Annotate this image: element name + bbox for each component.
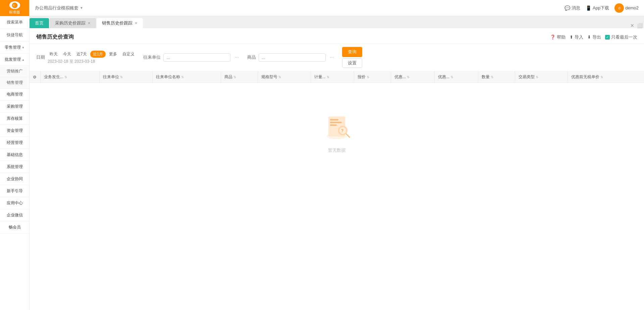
- page-content: 销售历史价查询 ❓ 帮助 ⬆ 导入 ⬇ 导出 ✓ 只看最后一次: [30, 28, 644, 310]
- th-transaction-type-label: 交易类型: [519, 74, 535, 80]
- sidebar-item-ecommerce[interactable]: 电商管理: [0, 89, 29, 101]
- sidebar-item-marketing[interactable]: 营销推广: [0, 66, 29, 77]
- only-last-checkbox[interactable]: ✓ 只看最后一次: [605, 34, 637, 40]
- th-quantity-label: 数量: [482, 74, 490, 80]
- th-counterparty-code[interactable]: 往来单位 ⇅: [100, 71, 152, 83]
- th-product[interactable]: 商品 ⇅: [221, 71, 258, 83]
- sidebar-item-label: 营销推广: [7, 68, 23, 74]
- app-download-label: App下载: [593, 5, 609, 11]
- logo-icon: 6: [9, 1, 20, 9]
- sidebar-item-member[interactable]: 畅会员: [0, 221, 29, 234]
- th-settings[interactable]: ⚙: [30, 71, 40, 83]
- tab-purchase-close-icon[interactable]: ✕: [88, 21, 91, 25]
- close-window-icon[interactable]: ✕: [630, 23, 634, 28]
- sort-icon: ⇅: [120, 75, 123, 79]
- help-label: 帮助: [557, 34, 566, 40]
- svg-rect-6: [330, 124, 337, 126]
- query-actions: 查询 设置: [342, 47, 362, 68]
- date-btn-custom[interactable]: 自定义: [120, 51, 137, 58]
- date-btn-1month[interactable]: 近1月: [90, 51, 106, 58]
- th-business-date-label: 业务发生...: [44, 74, 63, 80]
- tab-sales-close-icon[interactable]: ✕: [135, 21, 138, 25]
- sidebar-item-system[interactable]: 系统管理: [0, 161, 29, 173]
- sidebar-item-retail[interactable]: 零售管理 ▼: [0, 42, 29, 54]
- th-no-tax-price[interactable]: 优惠前无税单价 ⇅: [568, 71, 644, 83]
- sidebar-item-label: 批发管理: [5, 57, 21, 62]
- date-btn-more[interactable]: 更多: [107, 51, 119, 58]
- query-button[interactable]: 查询: [342, 47, 362, 57]
- svg-text:6: 6: [13, 4, 15, 7]
- message-btn[interactable]: 💬 消息: [565, 5, 580, 11]
- tab-home[interactable]: 首页: [30, 18, 49, 28]
- sort-icon: ⇅: [450, 75, 453, 79]
- table-header-row: ⚙ 业务发生... ⇅ 往来单位 ⇅: [30, 71, 644, 83]
- tab-purchase-history[interactable]: 采购历史价跟踪 ✕: [50, 18, 96, 28]
- import-button[interactable]: ⬆ 导入: [570, 34, 583, 40]
- sidebar-item-search[interactable]: 搜索菜单: [0, 16, 29, 29]
- sidebar-item-quick-nav[interactable]: 快捷导航: [0, 29, 29, 42]
- sidebar-item-label: 经营管理: [7, 140, 23, 146]
- sidebar-item-basic[interactable]: 基础信息: [0, 149, 29, 161]
- tab-sales-history[interactable]: 销售历史价跟踪 ✕: [97, 18, 143, 28]
- user-profile[interactable]: d demo2: [614, 3, 639, 13]
- date-btn-yesterday[interactable]: 昨天: [48, 51, 60, 58]
- sidebar-item-label: 电商管理: [7, 92, 23, 97]
- th-quantity[interactable]: 数量 ⇅: [478, 71, 515, 83]
- counterparty-more-icon[interactable]: ···: [233, 54, 240, 60]
- export-button[interactable]: ⬇ 导出: [587, 34, 601, 40]
- th-transaction-type[interactable]: 交易类型 ⇅: [515, 71, 568, 83]
- th-discount2[interactable]: 优惠... ⇅: [435, 71, 478, 83]
- th-no-tax-price-label: 优惠前无税单价: [571, 74, 599, 80]
- sidebar-item-enterprise[interactable]: 企业协同: [0, 173, 29, 185]
- date-btn-today[interactable]: 今天: [61, 51, 73, 58]
- sidebar-item-sales-mgmt[interactable]: 销售管理: [0, 77, 29, 89]
- date-filter-group: 日期 昨天 今天 近7天 近1月 更多 自定义 2023-02-18 至 202…: [36, 51, 137, 64]
- logo-text: 标准版: [9, 10, 20, 15]
- message-label: 消息: [572, 5, 580, 11]
- help-button[interactable]: ❓ 帮助: [550, 34, 566, 40]
- product-input[interactable]: [259, 53, 326, 62]
- th-spec[interactable]: 规格型号 ⇅: [258, 71, 311, 83]
- sidebar-item-inventory[interactable]: 库存核算: [0, 113, 29, 125]
- th-business-date[interactable]: 业务发生... ⇅: [40, 71, 100, 83]
- sort-icon: ⇅: [64, 75, 67, 79]
- th-unit[interactable]: 计量... ⇅: [311, 71, 354, 83]
- sort-icon: ⇅: [327, 75, 329, 79]
- only-last-label: 只看最后一次: [611, 34, 637, 40]
- chevron-down-icon: ▼: [22, 46, 25, 49]
- settings-button[interactable]: 设置: [342, 58, 362, 68]
- avatar-initials: d: [618, 6, 620, 10]
- sidebar-item-operation[interactable]: 经营管理: [0, 137, 29, 149]
- sort-icon: ⇅: [367, 75, 369, 79]
- sidebar-item-label: 企业微信: [7, 212, 23, 218]
- data-table: ⚙ 业务发生... ⇅ 往来单位 ⇅: [30, 71, 644, 83]
- counterparty-input[interactable]: [163, 53, 230, 62]
- date-btn-7days[interactable]: 近7天: [74, 51, 89, 58]
- sidebar-item-app-center[interactable]: 应用中心: [0, 197, 29, 209]
- th-counterparty-name[interactable]: 往来单位名称 ⇅: [152, 71, 221, 83]
- th-price[interactable]: 报价 ⇅: [354, 71, 391, 83]
- sidebar: 6 标准版 搜索菜单 快捷导航 零售管理 ▼ 批发管理 ▲ 营销推广 销售管理 …: [0, 0, 30, 310]
- th-spec-label: 规格型号: [261, 74, 277, 80]
- help-icon: ❓: [550, 35, 555, 40]
- th-discount1[interactable]: 优惠... ⇅: [391, 71, 435, 83]
- product-more-icon[interactable]: ···: [328, 54, 335, 60]
- app-download-btn[interactable]: 📱 App下载: [586, 5, 609, 11]
- filter-bar: 日期 昨天 今天 近7天 近1月 更多 自定义 2023-02-18 至 202…: [30, 44, 644, 71]
- sidebar-item-purchase[interactable]: 采购管理: [0, 101, 29, 113]
- sidebar-item-wechat[interactable]: 企业微信: [0, 209, 29, 221]
- avatar: d: [614, 3, 624, 13]
- sidebar-item-finance[interactable]: 资金管理: [0, 125, 29, 137]
- sidebar-item-label: 应用中心: [7, 200, 23, 206]
- sidebar-item-newbie[interactable]: 新手引导: [0, 185, 29, 197]
- dropdown-arrow-icon: ▼: [80, 6, 83, 10]
- company-dropdown[interactable]: 办公用品行业模拟账套 ▼: [35, 5, 83, 11]
- sidebar-item-wholesale[interactable]: 批发管理 ▲: [0, 54, 29, 66]
- th-counterparty-name-label: 往来单位名称: [156, 74, 180, 80]
- message-icon: 💬: [565, 5, 570, 11]
- export-label: 导出: [592, 34, 601, 40]
- app-logo: 6 标准版: [0, 0, 29, 16]
- maximize-window-icon[interactable]: ⬜: [637, 23, 643, 28]
- sort-icon: ⇅: [536, 75, 538, 79]
- table-container: ⚙ 业务发生... ⇅ 往来单位 ⇅: [30, 71, 644, 83]
